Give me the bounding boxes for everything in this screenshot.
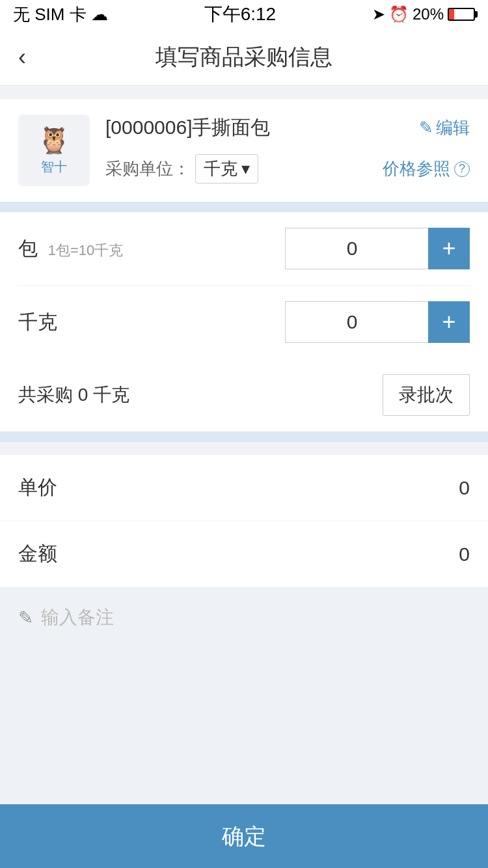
nav-bar: ‹ 填写商品采购信息 [0,29,488,86]
amount-label: 金额 [18,541,57,567]
quantity-row-bao: 包 1包=10千克 + [18,212,470,286]
unit-row: 采购单位： 千克 ▾ 价格参照 ? [105,154,470,183]
qty-label-kg: 千克 [18,309,57,336]
chevron-down-icon: ▾ [241,159,250,179]
battery-text: 20% [413,5,444,23]
quantity-input-bao[interactable] [285,228,428,269]
status-left: 无 SIM 卡 ☁ [13,3,108,26]
unit-price-row: 单价 0 [0,455,488,521]
product-name-row: [0000006]手撕面包 ✎ 编辑 [105,115,470,141]
status-bar: 无 SIM 卡 ☁ 下午6:12 ➤ ⏰ 20% [0,0,488,29]
edit-button[interactable]: ✎ 编辑 [419,116,470,139]
pencil-icon: ✎ [18,607,33,629]
total-label: 共采购 0 千克 [18,383,129,407]
price-section: 单价 0 金额 0 [0,455,488,587]
quantity-plus-kg[interactable]: + [428,301,470,343]
back-button[interactable]: ‹ [18,44,26,71]
alarm-icon: ⏰ [389,5,409,23]
section-divider-1 [0,202,488,212]
qty-label-bao: 包 1包=10千克 [18,236,123,262]
quantity-row-kg: 千克 + [18,286,470,359]
section-divider-2 [0,431,488,442]
unit-price-label: 单价 [18,474,57,501]
quantity-input-kg[interactable] [285,301,428,343]
edit-icon: ✎ [419,118,433,138]
product-owl-icon: 🦉 [38,125,70,156]
info-icon: ? [454,161,470,177]
amount-row: 金额 0 [0,521,488,587]
product-name: [0000006]手撕面包 [105,115,270,141]
product-card: 🦉 智十 [0000006]手撕面包 ✎ 编辑 采购单位： 千克 [0,99,488,202]
price-reference-button[interactable]: 价格参照 ? [383,157,470,180]
quantity-plus-bao[interactable]: + [428,228,470,269]
unit-value: 千克 [204,157,237,180]
confirm-button[interactable]: 确定 [0,804,488,868]
unit-price-value: 0 [459,477,470,499]
product-thumb-label: 智十 [41,158,67,176]
confirm-button-wrap: 确定 [0,804,488,868]
unit-prefix: 采购单位： [105,157,190,180]
total-row: 共采购 0 千克 录批次 [0,359,488,431]
spacer [0,648,488,804]
edit-label: 编辑 [436,116,470,139]
sim-text: 无 SIM 卡 ☁ [13,3,108,26]
quantity-section: 包 1包=10千克 + 千克 + [0,212,488,359]
battery-icon [448,8,475,21]
price-ref-label: 价格参照 [383,157,450,180]
batch-button[interactable]: 录批次 [383,374,470,416]
remark-section[interactable]: ✎ 输入备注 [0,587,488,648]
product-info: [0000006]手撕面包 ✎ 编辑 采购单位： 千克 ▾ [105,115,470,183]
qty-input-group-bao: + [285,228,470,269]
location-icon: ➤ [372,5,385,23]
status-right: ➤ ⏰ 20% [372,5,475,23]
unit-select[interactable]: 千克 ▾ [195,154,258,183]
remark-placeholder: 输入备注 [41,605,114,630]
status-time: 下午6:12 [204,2,277,27]
amount-value: 0 [459,543,470,565]
qty-input-group-kg: + [285,301,470,343]
page-title: 填写商品采购信息 [156,42,332,72]
product-thumbnail: 🦉 智十 [18,115,90,186]
